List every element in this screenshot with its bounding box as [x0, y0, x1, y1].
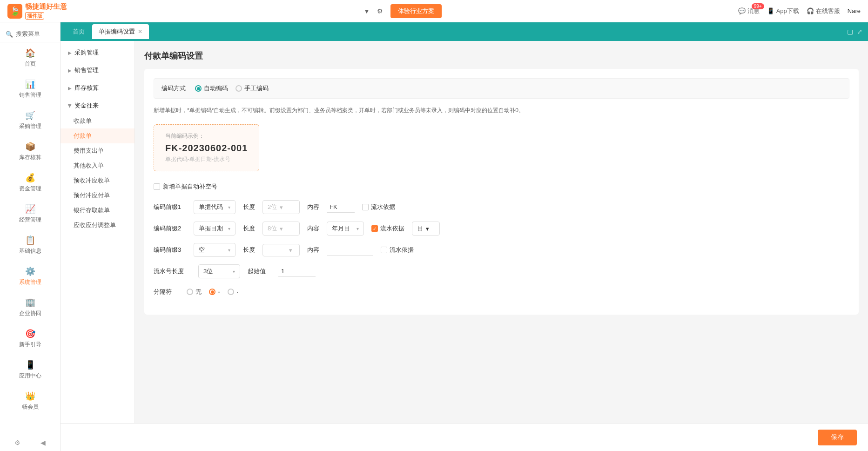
- code-preview-label: 当前编码示例：: [165, 132, 248, 140]
- separator-label: 分隔符: [154, 288, 179, 296]
- prefix2-stream-cb[interactable]: ✓: [371, 225, 378, 232]
- chevron-down-icon: ▾: [280, 204, 283, 211]
- prefix3-length-select[interactable]: ▾: [262, 244, 300, 256]
- tab-fullscreen-icon[interactable]: ⤢: [857, 28, 862, 35]
- prefix2-select-value: 单据日期: [199, 224, 223, 233]
- start-value-input[interactable]: [278, 266, 316, 277]
- sidebar-item-label: 经营管理: [19, 216, 41, 224]
- system-icon: ⚙️: [25, 266, 35, 276]
- prefix3-select-value: 空: [199, 246, 205, 254]
- user-name[interactable]: Nare: [848, 7, 861, 14]
- sub-nav-child-expense[interactable]: 费用支出单: [61, 143, 135, 158]
- settings-button[interactable]: ⚙: [374, 5, 387, 18]
- prefix1-stream-cb[interactable]: [362, 204, 369, 210]
- sep-dash-radio[interactable]: [209, 289, 215, 295]
- sub-nav-child-payment[interactable]: 付款单: [61, 128, 135, 143]
- tab-serial-code[interactable]: 单据编码设置 ✕: [92, 24, 149, 39]
- prefix2-day-select[interactable]: 日 ▾: [412, 222, 440, 236]
- sub-nav-child-receivable-adjust[interactable]: 应收应付调整单: [61, 218, 135, 233]
- main-layout: 🔍 搜索菜单 🏠 首页 📊 销售管理 🛒 采购管理 📦 库存核算 💰 资金管理 …: [0, 22, 868, 451]
- sub-nav-child-prepay-payable[interactable]: 预付冲应付单: [61, 188, 135, 203]
- sub-nav-sales-label: 销售管理: [74, 66, 99, 74]
- sidebar-item-app-center[interactable]: 📱 应用中心: [0, 354, 60, 385]
- sub-nav: ▶ 采购管理 ▶ 销售管理 ▶ 库存核算: [61, 41, 135, 423]
- tab-collapse-icon[interactable]: ▢: [847, 28, 853, 35]
- sidebar-item-sales[interactable]: 📊 销售管理: [0, 74, 60, 105]
- tab-close-icon[interactable]: ✕: [138, 28, 142, 35]
- sidebar-item-label: 基础信息: [19, 247, 41, 255]
- sidebar-item-purchase[interactable]: 🛒 采购管理: [0, 105, 60, 136]
- prefix1-row: 编码前缀1 单据代码 ▾ 长度 2位 ▾ 内容: [154, 200, 849, 214]
- tab-home[interactable]: 首页: [66, 24, 91, 39]
- sep-none-option[interactable]: 无: [187, 288, 202, 296]
- serial-length-value: 3位: [203, 267, 213, 276]
- sub-nav-child-other-income[interactable]: 其他收入单: [61, 158, 135, 173]
- save-button[interactable]: 保存: [818, 430, 857, 445]
- auto-fill-checkbox[interactable]: [154, 183, 160, 190]
- sidebar-item-inventory[interactable]: 📦 库存核算: [0, 136, 60, 167]
- content-area: ▶ 采购管理 ▶ 销售管理 ▶ 库存核算: [61, 41, 868, 423]
- tab-actions: ▢ ⤢: [847, 28, 862, 35]
- auto-encode-radio[interactable]: [195, 85, 202, 92]
- prefix2-stream-checkbox[interactable]: ✓ 流水依据: [371, 224, 404, 233]
- prefix3-label: 编码前缀3: [154, 246, 186, 254]
- chevron-down-icon: ▾: [228, 226, 230, 231]
- chevron-down-icon: ▾: [357, 226, 359, 231]
- prefix2-content-select[interactable]: 年月日 ▾: [327, 222, 364, 236]
- prefix3-content-input[interactable]: [327, 244, 373, 256]
- sidebar-settings-icon[interactable]: ⚙: [14, 439, 20, 446]
- prefix1-stream-checkbox[interactable]: 流水依据: [362, 203, 395, 211]
- sidebar-collapse-icon[interactable]: ◀: [40, 439, 46, 446]
- auto-fill-row: 新增单据自动补空号: [154, 182, 849, 191]
- sidebar-item-guide[interactable]: 🎯 新手引导: [0, 323, 60, 354]
- serial-length-label: 流水号长度: [154, 267, 191, 276]
- auto-encode-label: 自动编码: [204, 84, 228, 93]
- serial-length-select[interactable]: 3位 ▾: [198, 264, 240, 278]
- sep-dash-option[interactable]: -: [209, 288, 220, 296]
- prefix1-stream-label: 流水依据: [371, 203, 395, 211]
- message-button[interactable]: 💬 消息 99+: [738, 7, 760, 15]
- prefix2-length-value: 8位: [268, 224, 277, 233]
- top-bar-left: 🍃 畅捷通好生意 插件版: [7, 2, 67, 20]
- prefix3-stream-cb[interactable]: [381, 247, 387, 253]
- prefix1-content-input[interactable]: [327, 202, 355, 213]
- separator-row: 分隔符 无 - ·: [154, 288, 849, 296]
- prefix2-day-value: 日: [417, 224, 423, 233]
- purchase-icon: 🛒: [25, 110, 35, 121]
- auto-encode-option[interactable]: 自动编码: [195, 84, 228, 93]
- sub-nav-header-sales[interactable]: ▶ 销售管理: [61, 62, 135, 78]
- prefix3-select[interactable]: 空 ▾: [194, 243, 236, 257]
- sub-nav-child-receipt[interactable]: 收款单: [61, 114, 135, 128]
- app-download-icon: 📱: [767, 7, 774, 14]
- chevron-down-icon: ▾: [426, 225, 429, 232]
- prefix3-stream-checkbox[interactable]: 流水依据: [381, 246, 414, 254]
- sidebar-item-enterprise[interactable]: 🏢 企业协同: [0, 292, 60, 323]
- sidebar-item-base-info[interactable]: 📋 基础信息: [0, 229, 60, 261]
- trial-button[interactable]: 体验行业方案: [390, 4, 442, 18]
- sub-nav-header-inventory[interactable]: ▶ 库存核算: [61, 80, 135, 96]
- prefix1-length-select[interactable]: 2位 ▾: [262, 200, 300, 214]
- sidebar-item-finance[interactable]: 💰 资金管理: [0, 167, 60, 198]
- online-service-button[interactable]: 🎧 在线客服: [807, 7, 840, 15]
- sep-dot-radio[interactable]: [228, 289, 234, 295]
- sidebar-item-system[interactable]: ⚙️ 系统管理: [0, 261, 60, 292]
- sidebar-item-home[interactable]: 🏠 首页: [0, 42, 60, 74]
- manual-encode-option[interactable]: 手工编码: [236, 84, 269, 93]
- sep-dot-option[interactable]: ·: [228, 289, 238, 296]
- sub-nav-header-capital[interactable]: ▶ 资金往来: [61, 98, 135, 114]
- nav-dropdown[interactable]: ▼: [363, 7, 370, 15]
- sep-none-radio[interactable]: [187, 289, 193, 295]
- app-download-button[interactable]: 📱 App下载: [767, 7, 799, 15]
- prefix2-length-select[interactable]: 8位 ▾: [262, 222, 300, 236]
- top-bar-center: ▼ ⚙ 体验行业方案: [363, 4, 442, 18]
- prefix1-select[interactable]: 单据代码 ▾: [194, 200, 236, 214]
- sidebar-search[interactable]: 🔍 搜索菜单: [0, 26, 60, 42]
- sub-nav-child-bank-deposit[interactable]: 银行存取款单: [61, 203, 135, 218]
- sidebar-item-operations[interactable]: 📈 经营管理: [0, 198, 60, 229]
- sub-nav-header-purchase[interactable]: ▶ 采购管理: [61, 45, 135, 61]
- manual-encode-radio[interactable]: [236, 85, 242, 92]
- prefix2-select[interactable]: 单据日期 ▾: [194, 222, 236, 236]
- sub-nav-child-prepay-receivable[interactable]: 预收冲应收单: [61, 173, 135, 188]
- sidebar-item-membership[interactable]: 👑 畅会员: [0, 385, 60, 417]
- operations-icon: 📈: [25, 204, 35, 214]
